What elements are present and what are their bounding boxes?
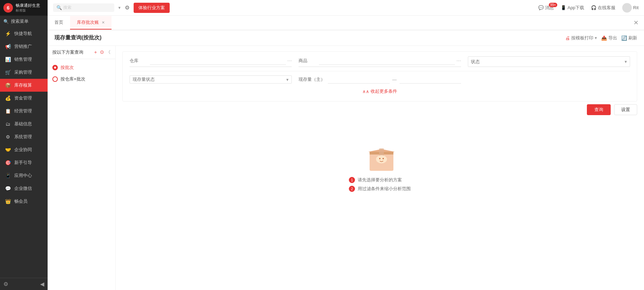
settings-btn[interactable]: 设置 [614, 104, 637, 115]
goods-filter: 商品 ··· [299, 56, 461, 67]
sidebar-item-inventory[interactable]: 📦 库存核算 [0, 79, 48, 92]
warehouse-filter: 仓库 ··· [130, 56, 292, 67]
finance-icon: 💰 [5, 95, 11, 101]
collapse-sidebar-icon[interactable]: ◀ [40, 281, 44, 287]
svg-point-3 [376, 155, 387, 163]
sidebar-nav: ⚡ 快捷导航 📢 营销推广 📊 销售管理 🛒 采购管理 📦 库存核算 💰 资金管… [0, 27, 48, 278]
sidebar-item-operations[interactable]: 📋 经营管理 [0, 105, 48, 117]
tab-bar: 首页 库存批次账 ✕ ✕ [48, 16, 644, 30]
goods-more-btn[interactable]: ··· [456, 58, 461, 64]
svg-rect-2 [379, 148, 384, 156]
scheme-list: 按批次 按仓库+批次 [48, 59, 115, 88]
sidebar: 6 畅康通好生意 标准版 🔍 搜索菜单 ⚡ 快捷导航 📢 营销推广 📊 销售管理… [0, 0, 48, 290]
filter-row-1: 仓库 ··· 商品 ··· 状态 [130, 56, 630, 67]
sidebar-item-system[interactable]: ⚙ 系统管理 [0, 130, 48, 143]
topbar-right: 💬 消息 99+ 📱 App下载 🎧 在线客服 Rit [538, 3, 639, 13]
status-dropdown-icon[interactable]: ▾ [625, 59, 627, 64]
system-icon: ⚙ [5, 134, 11, 140]
search-dropdown-icon[interactable]: ▾ [118, 5, 121, 10]
add-scheme-icon[interactable]: ＋ [93, 49, 98, 55]
filter-col-empty [468, 75, 630, 84]
download-icon: 📱 [561, 5, 566, 10]
stock-qty-end-input[interactable] [400, 75, 461, 84]
warehouse-more-btn[interactable]: ··· [287, 58, 292, 64]
settings-footer-icon[interactable]: ⚙ [3, 281, 8, 287]
sidebar-item-basics[interactable]: 🗂 基础信息 [0, 117, 48, 130]
empty-state-icon [363, 140, 397, 170]
global-search[interactable]: 🔍 搜索 [53, 3, 114, 12]
collapse-filters-btn[interactable]: ∧∧ 收起更多条件 [130, 86, 630, 96]
basics-icon: 🗂 [5, 121, 11, 127]
goods-input[interactable] [319, 57, 455, 65]
empty-tips: 1 请先选择要分析的方案 2 用过滤条件来缩小分析范围 [349, 177, 411, 195]
sidebar-header: 6 畅康通好生意 标准版 [0, 0, 48, 16]
sidebar-search[interactable]: 🔍 搜索菜单 [0, 16, 48, 27]
left-panel: 按以下方案查询 ＋ ⊙ 《 按批次 [48, 46, 116, 290]
sidebar-item-finance[interactable]: 💰 资金管理 [0, 92, 48, 105]
messages-btn[interactable]: 💬 消息 99+ [538, 5, 554, 11]
sidebar-item-marketing[interactable]: 📢 营销推广 [0, 40, 48, 53]
sidebar-item-quick-nav[interactable]: ⚡ 快捷导航 [0, 27, 48, 40]
experience-btn[interactable]: 体验行业方案 [134, 3, 170, 13]
page-header-actions: 🖨 按模板打印 ▾ 📤 导出 🔄 刷新 [565, 35, 637, 41]
user-avatar-btn[interactable]: Rit [622, 3, 639, 13]
collapse-panel-icon[interactable]: 《 [106, 49, 111, 55]
action-row: 查询 设置 [122, 102, 637, 119]
stock-qty-filter: 现存量（主） — [299, 75, 461, 84]
export-btn[interactable]: 📤 导出 [601, 35, 617, 41]
content-body: 按以下方案查询 ＋ ⊙ 《 按批次 [48, 46, 644, 290]
sidebar-footer: ⚙ ◀ [0, 278, 48, 290]
right-panel: 仓库 ··· 商品 ··· 状态 [116, 46, 644, 290]
page-title: 现存量查询(按批次) [54, 34, 102, 41]
stock-status-dropdown-icon[interactable]: ▾ [286, 77, 289, 82]
appcenter-icon: 📱 [5, 173, 11, 179]
quick-nav-icon: ⚡ [5, 31, 11, 37]
export-icon: 📤 [601, 35, 607, 41]
purchase-icon: 🛒 [5, 69, 11, 75]
scheme-item-by-warehouse-batch[interactable]: 按仓库+批次 [48, 73, 115, 85]
search-icon: 🔍 [3, 19, 9, 24]
range-separator: — [392, 77, 397, 82]
sidebar-item-wechat[interactable]: 💬 企业微信 [0, 182, 48, 195]
tab-batch[interactable]: 库存批次账 ✕ [70, 16, 112, 30]
svg-point-5 [383, 158, 384, 159]
search-topbar-icon: 🔍 [56, 5, 62, 10]
stock-qty-start-input[interactable] [328, 75, 389, 84]
filter-divider [130, 71, 630, 71]
empty-state: 1 请先选择要分析的方案 2 用过滤条件来缩小分析范围 [122, 119, 637, 215]
query-btn[interactable]: 查询 [587, 104, 611, 115]
filter-row-2: 现存量状态 ▾ 现存量（主） — [130, 75, 630, 84]
tab-batch-close[interactable]: ✕ [102, 20, 105, 25]
scheme-settings-icon[interactable]: ⊙ [100, 49, 104, 55]
sidebar-item-purchase[interactable]: 🛒 采购管理 [0, 66, 48, 79]
print-btn[interactable]: 🖨 按模板打印 ▾ [565, 35, 597, 41]
app-title: 畅康通好生意 标准版 [16, 3, 40, 13]
main-area: 🔍 搜索 ▾ ⚙ 体验行业方案 💬 消息 99+ 📱 App下载 🎧 在线客服 … [48, 0, 644, 290]
sidebar-item-sales[interactable]: 📊 销售管理 [0, 53, 48, 66]
newbie-icon: 🎯 [5, 160, 11, 166]
warehouse-input[interactable] [150, 57, 286, 65]
service-icon: 🎧 [591, 5, 596, 10]
tab-home[interactable]: 首页 [48, 16, 70, 30]
sidebar-item-enterprise[interactable]: 🤝 企业协同 [0, 143, 48, 156]
settings-topbar-icon[interactable]: ⚙ [125, 4, 130, 11]
refresh-btn[interactable]: 🔄 刷新 [621, 35, 637, 41]
sidebar-item-appcenter[interactable]: 📱 应用中心 [0, 169, 48, 182]
message-icon: 💬 [538, 5, 544, 10]
user-avatar [622, 3, 632, 13]
empty-illustration [363, 140, 400, 174]
sidebar-item-member[interactable]: 👑 畅会员 [0, 195, 48, 208]
collapse-up-icon: ∧∧ [362, 89, 369, 94]
enterprise-icon: 🤝 [5, 147, 11, 153]
scheme-item-by-batch[interactable]: 按批次 [48, 62, 115, 73]
sales-icon: 📊 [5, 56, 11, 62]
sidebar-item-newbie[interactable]: 🎯 新手引导 [0, 156, 48, 169]
print-icon: 🖨 [565, 35, 570, 41]
member-icon: 👑 [5, 198, 11, 204]
tab-close-all-btn[interactable]: ✕ [628, 16, 644, 30]
app-download-btn[interactable]: 📱 App下载 [561, 5, 584, 11]
online-service-btn[interactable]: 🎧 在线客服 [591, 5, 615, 11]
marketing-icon: 📢 [5, 43, 11, 50]
print-dropdown-icon[interactable]: ▾ [595, 35, 597, 40]
status-input[interactable] [482, 57, 625, 66]
